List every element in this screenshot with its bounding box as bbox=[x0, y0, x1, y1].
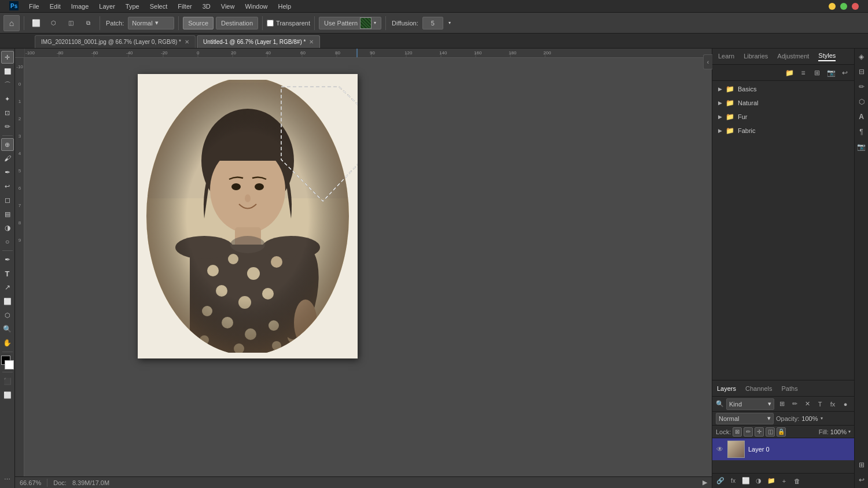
panel-history-icon[interactable]: ↩ bbox=[856, 474, 867, 486]
zoom-tool[interactable]: 🔍 bbox=[1, 323, 14, 335]
menu-type[interactable]: Type bbox=[121, 2, 144, 11]
quick-mask-tool[interactable]: ⬛ bbox=[1, 375, 14, 387]
layer-filter-4[interactable]: T bbox=[815, 399, 825, 409]
crop-tool[interactable]: ⊡ bbox=[1, 106, 14, 119]
blend-mode-dropdown[interactable]: Normal ▾ bbox=[716, 413, 774, 424]
menu-3d[interactable]: 3D bbox=[198, 2, 215, 11]
tab-learn[interactable]: Learn bbox=[718, 53, 734, 61]
tab-1[interactable]: IMG_20201108_0001.jpg @ 66.7% (Layer 0, … bbox=[35, 35, 196, 48]
source-button[interactable]: Source bbox=[183, 17, 214, 29]
layer-filter-5[interactable]: fx bbox=[827, 399, 838, 409]
move-tool[interactable]: ✛ bbox=[1, 51, 14, 64]
panel-photo-icon[interactable]: 📷 bbox=[825, 67, 837, 79]
panel-arrow-icon[interactable]: ◈ bbox=[856, 51, 867, 62]
gradient-tool[interactable]: ▤ bbox=[1, 208, 14, 220]
layer-visibility-toggle[interactable]: 👁 bbox=[716, 445, 724, 453]
menu-filter[interactable]: Filter bbox=[173, 2, 196, 11]
canvas-content[interactable] bbox=[24, 58, 712, 476]
tool-marquee-rect-btn[interactable]: ⬜ bbox=[28, 16, 43, 31]
eraser-tool[interactable]: ◻ bbox=[1, 194, 14, 206]
panel-share-icon[interactable]: ↩ bbox=[839, 67, 851, 79]
magic-wand-tool[interactable]: ✦ bbox=[1, 93, 14, 105]
layer-fx-btn[interactable]: fx bbox=[727, 475, 739, 487]
panel-list-icon[interactable]: ≡ bbox=[797, 67, 809, 79]
tab-layers[interactable]: Layers bbox=[717, 385, 736, 392]
tab-adjustment[interactable]: Adjustment bbox=[777, 53, 809, 61]
panel-adjustments-icon[interactable]: ⬡ bbox=[856, 96, 867, 108]
lock-all-btn[interactable]: 🔒 bbox=[777, 427, 786, 437]
panel-layers-icon[interactable]: ⊟ bbox=[856, 66, 867, 77]
panel-grid-icon[interactable]: ⊞ bbox=[811, 67, 823, 79]
maximize-btn[interactable] bbox=[840, 3, 847, 10]
menu-select[interactable]: Select bbox=[145, 2, 172, 11]
use-pattern-button[interactable]: Use Pattern ▾ bbox=[319, 17, 381, 29]
panel-paragraph-icon[interactable]: ¶ bbox=[856, 126, 867, 138]
lock-position-btn[interactable]: ✛ bbox=[755, 427, 764, 437]
tool-option-3-btn[interactable]: ◫ bbox=[63, 16, 78, 31]
panel-type-icon[interactable]: A bbox=[856, 111, 867, 123]
hand-tool[interactable]: ✋ bbox=[1, 337, 14, 349]
panel-grid-icon-2[interactable]: ⊞ bbox=[856, 459, 867, 471]
extra-tools[interactable]: ⋯ bbox=[1, 473, 14, 486]
close-btn[interactable] bbox=[852, 3, 859, 10]
destination-button[interactable]: Destination bbox=[216, 17, 258, 29]
shape-tool[interactable]: ⬜ bbox=[1, 295, 14, 308]
marquee-tool[interactable]: ⬜ bbox=[1, 65, 14, 77]
styles-natural-header[interactable]: ▶ 📁 Natural bbox=[716, 97, 851, 109]
transparent-checkbox[interactable] bbox=[267, 20, 274, 27]
styles-basics-header[interactable]: ▶ 📁 Basics bbox=[716, 83, 851, 95]
layer-group-btn[interactable]: 📁 bbox=[766, 475, 777, 487]
panel-camera-icon[interactable]: 📷 bbox=[856, 141, 867, 153]
color-swatches[interactable] bbox=[1, 356, 14, 369]
layer-adjustment-btn[interactable]: ◑ bbox=[753, 475, 764, 487]
menu-file[interactable]: File bbox=[24, 2, 44, 11]
menu-help[interactable]: Help bbox=[274, 2, 296, 11]
dodge-tool[interactable]: ○ bbox=[1, 235, 14, 248]
menu-layer[interactable]: Layer bbox=[94, 2, 120, 11]
layer-link-btn[interactable]: 🔗 bbox=[715, 475, 726, 487]
menu-edit[interactable]: Edit bbox=[45, 2, 65, 11]
screen-mode-tool[interactable]: ⬜ bbox=[1, 389, 14, 401]
clone-stamp-tool[interactable]: ✒ bbox=[1, 166, 14, 179]
patch-mode-dropdown[interactable]: Normal ▾ bbox=[128, 17, 174, 29]
layer-filter-6[interactable]: ● bbox=[840, 399, 851, 409]
layer-filter-1[interactable]: ⊞ bbox=[777, 399, 787, 409]
tab-paths[interactable]: Paths bbox=[782, 385, 798, 392]
diffusion-arrow-icon[interactable]: ▾ bbox=[446, 16, 454, 31]
layer-new-btn[interactable]: + bbox=[778, 475, 790, 487]
styles-fabric-header[interactable]: ▶ 📁 Fabric bbox=[716, 125, 851, 136]
tab-2[interactable]: Untitled-1 @ 66.7% (Layer 1, RGB/8#) * ✕ bbox=[197, 35, 320, 48]
brush-tool[interactable]: 🖌 bbox=[1, 152, 14, 165]
menu-ps[interactable]: Ps bbox=[5, 0, 23, 13]
lasso-tool[interactable]: ⌒ bbox=[1, 79, 14, 91]
panel-brush-icon[interactable]: ✏ bbox=[856, 81, 867, 93]
minimize-btn[interactable] bbox=[829, 3, 836, 10]
3d-tool[interactable]: ⬡ bbox=[1, 309, 14, 321]
pen-tool[interactable]: ✒ bbox=[1, 253, 14, 266]
document-canvas[interactable] bbox=[138, 74, 358, 358]
menu-view[interactable]: View bbox=[216, 2, 240, 11]
tab-channels[interactable]: Channels bbox=[745, 385, 772, 392]
layer-mask-btn[interactable]: ⬜ bbox=[740, 475, 752, 487]
blur-tool[interactable]: ◑ bbox=[1, 221, 14, 234]
tab-2-close[interactable]: ✕ bbox=[309, 39, 314, 45]
menu-window[interactable]: Window bbox=[240, 2, 272, 11]
background-color[interactable] bbox=[5, 360, 14, 369]
kind-dropdown[interactable]: Kind ▾ bbox=[726, 398, 774, 410]
patch-tool[interactable]: ⊕ bbox=[1, 138, 14, 151]
layer-delete-btn[interactable]: 🗑 bbox=[791, 475, 803, 487]
lock-artboard-btn[interactable]: ◫ bbox=[766, 427, 775, 437]
tab-1-close[interactable]: ✕ bbox=[185, 39, 189, 45]
styles-fur-header[interactable]: ▶ 📁 Fur bbox=[716, 111, 851, 123]
layer-filter-2[interactable]: ✏ bbox=[789, 399, 800, 409]
layer-filter-3[interactable]: ✕ bbox=[802, 399, 812, 409]
tab-styles[interactable]: Styles bbox=[818, 52, 836, 61]
tab-libraries[interactable]: Libraries bbox=[744, 53, 768, 61]
status-expand-btn[interactable]: ▶ bbox=[703, 479, 707, 486]
panel-folder-icon[interactable]: 📁 bbox=[784, 67, 795, 79]
text-tool[interactable]: T bbox=[1, 267, 14, 280]
diffusion-input[interactable] bbox=[422, 17, 443, 29]
layer-item-0[interactable]: 👁 Layer 0 bbox=[712, 438, 854, 460]
tool-option-4-btn[interactable]: ⧉ bbox=[80, 16, 95, 31]
panel-collapse-btn[interactable]: ‹ bbox=[703, 54, 712, 69]
